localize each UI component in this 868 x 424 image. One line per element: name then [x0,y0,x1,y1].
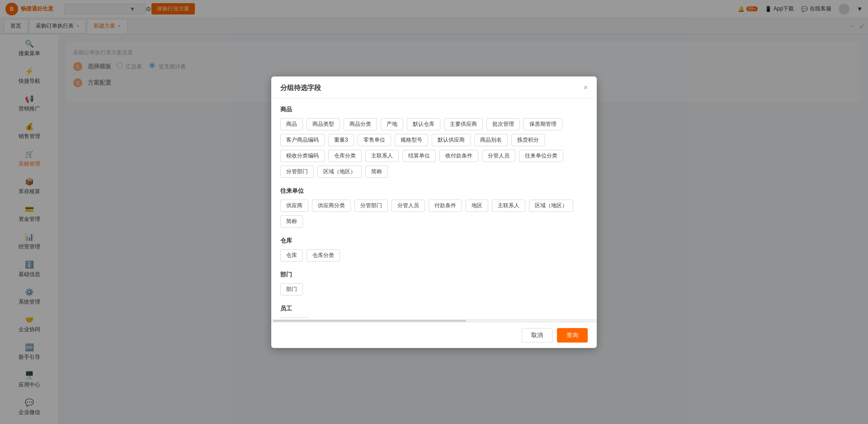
field-tag[interactable]: 产地 [381,118,403,130]
modal-body: 商品 商品商品类型商品分类产地默认仓库主要供应商批次管理保质期管理客户商品编码重… [271,98,597,319]
field-tag[interactable]: 主要供应商 [444,118,483,130]
field-tag[interactable]: 部门 [280,283,303,295]
field-tag[interactable]: 简称 [365,166,388,178]
field-tag[interactable]: 商品 [280,118,303,130]
field-tag[interactable]: 区域（地区） [317,166,362,178]
section-warehouse: 仓库 仓库仓库分类 [280,237,588,262]
modal: 分组待选字段 × 商品 商品商品类型商品分类产地默认仓库主要供应商批次管理保质期… [271,76,597,348]
field-tag[interactable]: 商品类型 [307,118,340,130]
field-tag[interactable]: 分管人员 [482,150,515,162]
field-tag[interactable]: 主联系人 [365,150,399,162]
modal-scrollbar-thumb [273,320,466,322]
section-department: 部门 部门 [280,271,588,295]
field-tag[interactable]: 仓库分类 [307,249,340,262]
modal-header: 分组待选字段 × [271,76,597,98]
field-tag[interactable]: 商品别名 [474,134,508,146]
section-department-title: 部门 [280,271,588,279]
section-warehouse-tags: 仓库仓库分类 [280,249,588,262]
field-tag[interactable]: 区域（地区） [529,200,573,212]
section-goods: 商品 商品商品类型商品分类产地默认仓库主要供应商批次管理保质期管理客户商品编码重… [280,105,588,178]
field-tag[interactable]: 客户商品编码 [280,134,325,146]
section-goods-title: 商品 [280,105,588,114]
field-tag[interactable]: 拣货积分 [511,134,545,146]
field-tag[interactable]: 简称 [280,215,303,228]
field-tag[interactable]: 分管部门 [354,200,388,212]
section-warehouse-title: 仓库 [280,237,588,245]
field-tag[interactable]: 批次管理 [486,118,520,130]
field-tag[interactable]: 税收分类编码 [280,150,325,162]
field-tag[interactable]: 分管部门 [280,166,314,178]
field-tag[interactable]: 仓库 [280,249,303,262]
field-tag[interactable]: 往来单位分类 [519,150,563,162]
section-partner-title: 往来单位 [280,187,588,195]
field-tag[interactable]: 地区 [466,200,488,212]
section-partner: 往来单位 供应商供应商分类分管部门分管人员付款条件地区主联系人区域（地区）简称 [280,187,588,228]
section-department-tags: 部门 [280,283,588,295]
field-tag[interactable]: 结算单位 [402,150,436,162]
section-partner-tags: 供应商供应商分类分管部门分管人员付款条件地区主联系人区域（地区）简称 [280,200,588,228]
field-tag[interactable]: 供应商 [280,200,308,212]
cancel-button[interactable]: 取消 [522,328,552,343]
confirm-button[interactable]: 查询 [557,328,588,343]
field-tag[interactable]: 分管人员 [392,200,425,212]
modal-backdrop: 分组待选字段 × 商品 商品商品类型商品分类产地默认仓库主要供应商批次管理保质期… [0,0,868,424]
field-tag[interactable]: 重量3 [328,134,354,146]
field-tag[interactable]: 零售单位 [358,134,391,146]
modal-title: 分组待选字段 [280,84,321,92]
field-tag[interactable]: 收付款条件 [439,150,478,162]
section-goods-tags: 商品商品类型商品分类产地默认仓库主要供应商批次管理保质期管理客户商品编码重量3零… [280,118,588,178]
field-tag[interactable]: 付款条件 [429,200,462,212]
modal-close-button[interactable]: × [584,84,588,92]
field-tag[interactable]: 默认供应商 [432,134,471,146]
field-tag[interactable]: 主联系人 [492,200,525,212]
field-tag[interactable]: 商品分类 [344,118,377,130]
field-tag[interactable]: 默认仓库 [407,118,440,130]
field-tag[interactable]: 供应商分类 [312,200,351,212]
field-tag[interactable]: 规格型号 [395,134,428,146]
modal-footer: 取消 查询 [271,322,597,348]
section-employee-title: 员工 [280,305,588,313]
field-tag[interactable]: 保质期管理 [524,118,562,130]
field-tag[interactable]: 仓库分类 [328,150,362,162]
section-employee: 员工 业务员 [280,305,588,319]
